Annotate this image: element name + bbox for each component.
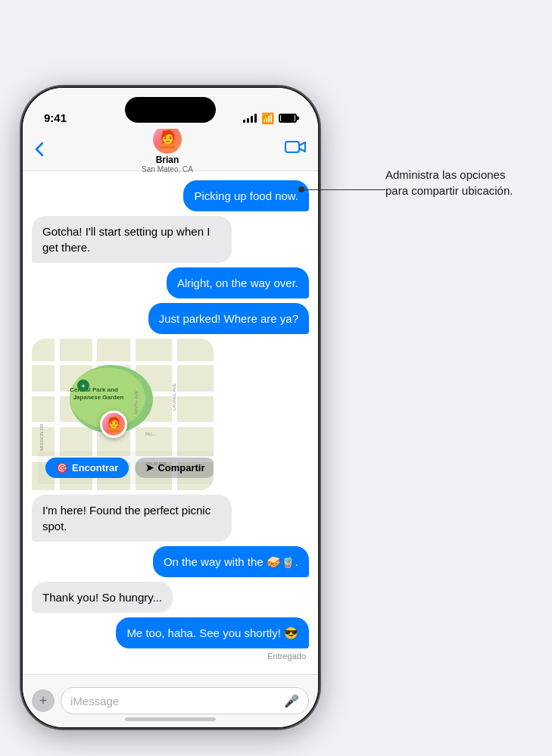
add-attachments-button[interactable]: + [32, 689, 55, 712]
message-row: Me too, haha. See you shortly! 😎 [32, 617, 309, 648]
message-row: Picking up food now. [32, 180, 309, 211]
avatar: 🧑‍🦰 [153, 125, 182, 154]
svg-text:NINTH AVE: NINTH AVE [134, 390, 139, 414]
video-call-button[interactable] [285, 139, 306, 159]
message-bubble: Just parked! Where are ya? [148, 303, 309, 334]
svg-text:+: + [81, 382, 86, 390]
message-input[interactable]: iMessage 🎤 [61, 687, 309, 714]
map-image[interactable]: Central Park and Japanese Garden + MISSI… [32, 339, 214, 490]
message-row: Just parked! Where are ya? [32, 303, 309, 334]
message-bubble: I'm here! Found the perfect picnic spot. [32, 495, 232, 542]
location-pin: 🧑‍🦰 [100, 411, 127, 438]
home-indicator [125, 717, 216, 721]
contact-name: Brian [156, 155, 179, 165]
contact-info[interactable]: 🧑‍🦰 Brian San Mateo, CA [50, 125, 285, 173]
dynamic-island [125, 97, 216, 123]
svg-text:Japanese Garden: Japanese Garden [73, 394, 124, 401]
message-bubble: Me too, haha. See you shortly! 😎 [116, 617, 309, 648]
wifi-icon: 📶 [261, 112, 274, 124]
back-button[interactable] [35, 139, 50, 160]
annotation-line [302, 189, 385, 190]
messages-area: Picking up food now. Gotcha! I'll start … [23, 171, 318, 674]
message-bubble: Thank you! So hungry... [32, 582, 173, 613]
delivered-status: Entregado [32, 651, 309, 661]
annotation: Administra las opciones para compartir u… [385, 167, 522, 198]
share-location-button[interactable]: ➤ Compartir [135, 458, 214, 478]
signal-icon [243, 114, 257, 123]
message-row: Thank you! So hungry... [32, 582, 309, 613]
message-bubble: Alright, on the way over. [167, 267, 309, 298]
message-row: On the way with the 🥪🧋. [32, 546, 309, 577]
message-row: I'm here! Found the perfect picnic spot. [32, 495, 309, 542]
annotation-text: Administra las opciones para compartir u… [385, 167, 522, 198]
map-bubble: Central Park and Japanese Garden + MISSI… [32, 339, 214, 490]
battery-icon [279, 114, 297, 123]
map-message-row: Central Park and Japanese Garden + MISSI… [32, 339, 309, 490]
nav-bar: 🧑‍🦰 Brian San Mateo, CA [23, 129, 318, 171]
message-row: Alright, on the way over. [32, 267, 309, 298]
svg-text:LAUREL AVE: LAUREL AVE [172, 383, 176, 410]
contact-location: San Mateo, CA [142, 165, 193, 173]
status-icons: 📶 [243, 112, 297, 124]
message-row: Gotcha! I'll start setting up when I get… [32, 216, 309, 263]
share-icon: ➤ [145, 462, 154, 473]
message-bubble: Picking up food now. [183, 180, 309, 211]
map-buttons: 🎯 Encontrar ➤ Compartir [38, 451, 214, 484]
svg-text:MISSION DR: MISSION DR [39, 423, 44, 450]
svg-rect-0 [285, 142, 299, 152]
target-icon: 🎯 [56, 462, 68, 473]
status-time: 9:41 [44, 111, 67, 124]
phone-frame: 9:41 📶 🧑‍🦰 Brian San Mateo [23, 88, 318, 727]
message-bubble: Gotcha! I'll start setting up when I get… [32, 216, 232, 263]
svg-text:Central Park and: Central Park and [70, 386, 118, 393]
input-placeholder: iMessage [70, 695, 119, 708]
find-button[interactable]: 🎯 Encontrar [45, 458, 129, 478]
svg-text:RU...: RU... [145, 432, 156, 436]
message-bubble: On the way with the 🥪🧋. [153, 546, 309, 577]
microphone-icon[interactable]: 🎤 [284, 694, 299, 708]
